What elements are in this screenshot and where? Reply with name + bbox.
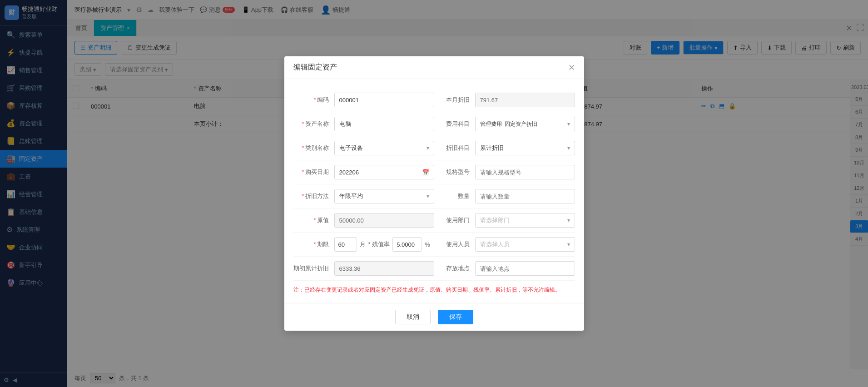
period-unit-label: 月 [360, 240, 366, 248]
original-value-input[interactable] [334, 213, 434, 228]
depreciation-method-select[interactable]: 年限平均 ▾ [334, 189, 434, 203]
form-note: 注：已经存在变更记录或者对应固定资产已经生成凭证，原值、购买日期、残值率、累计折… [293, 281, 575, 294]
dep-subject-chevron-icon: ▾ [567, 145, 570, 151]
form-row-quantity: 数量 [434, 184, 575, 208]
user-chevron-icon: ▾ [567, 241, 570, 248]
category-select-value: 电子设备 [339, 144, 363, 152]
residual-rate-input[interactable] [392, 237, 422, 252]
purchase-date-picker[interactable]: 202206 📅 [334, 165, 434, 179]
user-select[interactable]: 请选择人员 ▾ [475, 237, 575, 252]
modal-body: *编码 *资产名称 *类别名称 [284, 79, 584, 303]
department-placeholder: 请选择部门 [480, 216, 510, 224]
edit-asset-modal: 编辑固定资产 ✕ *编码 *资产名称 [284, 56, 584, 331]
period-residual-group: 月 * 残值率 % [334, 237, 434, 252]
monthly-dep-label: 本月折旧 [434, 96, 475, 104]
depreciation-method-value: 年限平均 [339, 192, 363, 200]
form-row-location: 存放地点 [434, 257, 575, 281]
dep-subject-value: 累计折旧 [480, 144, 504, 152]
location-label: 存放地点 [434, 264, 475, 273]
form-row-period: *期限 月 * 残值率 % [293, 233, 434, 257]
monthly-dep-input[interactable] [475, 93, 575, 107]
code-input[interactable] [334, 93, 434, 107]
save-button[interactable]: 保存 [438, 310, 473, 324]
form-row-user: 使用人员 请选择人员 ▾ [434, 233, 575, 257]
form-row-dep-subject: 折旧科目 累计折旧 ▾ [434, 136, 575, 160]
form-row-asset-name: *资产名称 [293, 112, 434, 136]
expense-subject-chevron-icon: ▾ [567, 121, 570, 127]
accumulated-dep-input[interactable] [334, 261, 434, 276]
form-row-spec: 规格型号 [434, 160, 575, 184]
dep-subject-select[interactable]: 累计折旧 ▾ [475, 141, 575, 155]
expense-subject-select[interactable]: 管理费用_固定资产折旧 ▾ [475, 117, 575, 131]
quantity-label: 数量 [434, 192, 475, 200]
form-left-column: *编码 *资产名称 *类别名称 [293, 88, 434, 281]
original-value-label: *原值 [293, 216, 334, 224]
purchase-date-value: 202206 [339, 169, 359, 176]
form-row-depreciation-method: *折旧方法 年限平均 ▾ [293, 184, 434, 208]
modal-footer: 取消 保存 [284, 303, 584, 331]
department-label: 使用部门 [434, 216, 475, 224]
quantity-input[interactable] [475, 189, 575, 203]
spec-label: 规格型号 [434, 168, 475, 176]
expense-subject-value: 管理费用_固定资产折旧 [480, 120, 538, 128]
residual-rate-label: * 残值率 [368, 240, 390, 248]
accumulated-dep-form-label: 期初累计折旧 [293, 264, 334, 273]
asset-name-input[interactable] [334, 117, 434, 131]
spec-input[interactable] [475, 165, 575, 179]
cancel-button[interactable]: 取消 [395, 310, 431, 324]
period-input[interactable] [334, 237, 357, 252]
form-row-code: *编码 [293, 88, 434, 112]
purchase-date-label: *购买日期 [293, 168, 334, 176]
modal-overlay: 编辑固定资产 ✕ *编码 *资产名称 [0, 0, 868, 387]
period-label: *期限 [293, 240, 334, 248]
depreciation-method-label: *折旧方法 [293, 192, 334, 200]
department-select[interactable]: 请选择部门 ▾ [475, 213, 575, 228]
category-select[interactable]: 电子设备 ▾ [334, 141, 434, 155]
user-placeholder: 请选择人员 [480, 240, 510, 248]
modal-title: 编辑固定资产 [293, 63, 337, 72]
form-row-monthly-dep: 本月折旧 [434, 88, 575, 112]
code-label: *编码 [293, 96, 334, 104]
depreciation-method-chevron-icon: ▾ [427, 193, 429, 199]
form-right-column: 本月折旧 费用科目 管理费用_固定资产折旧 ▾ [434, 88, 575, 281]
form-row-category: *类别名称 电子设备 ▾ [293, 136, 434, 160]
department-chevron-icon: ▾ [567, 217, 570, 223]
form-row-accumulated-dep: 期初累计折旧 [293, 257, 434, 281]
dep-subject-label: 折旧科目 [434, 144, 475, 152]
calendar-icon: 📅 [422, 169, 429, 176]
expense-subject-label: 费用科目 [434, 120, 475, 128]
form-row-department: 使用部门 请选择部门 ▾ [434, 208, 575, 233]
modal-close-button[interactable]: ✕ [568, 64, 575, 72]
form-row-original-value: *原值 [293, 208, 434, 233]
form-row-purchase-date: *购买日期 202206 📅 [293, 160, 434, 184]
form-row-expense-subject: 费用科目 管理费用_固定资产折旧 ▾ [434, 112, 575, 136]
modal-header: 编辑固定资产 ✕ [284, 56, 584, 79]
location-input[interactable] [475, 261, 575, 276]
category-form-label: *类别名称 [293, 144, 334, 152]
category-chevron-icon: ▾ [427, 145, 429, 151]
residual-rate-unit-label: % [425, 241, 430, 248]
user-form-label: 使用人员 [434, 240, 475, 248]
asset-name-label: *资产名称 [293, 120, 334, 128]
form-grid: *编码 *资产名称 *类别名称 [293, 88, 575, 281]
